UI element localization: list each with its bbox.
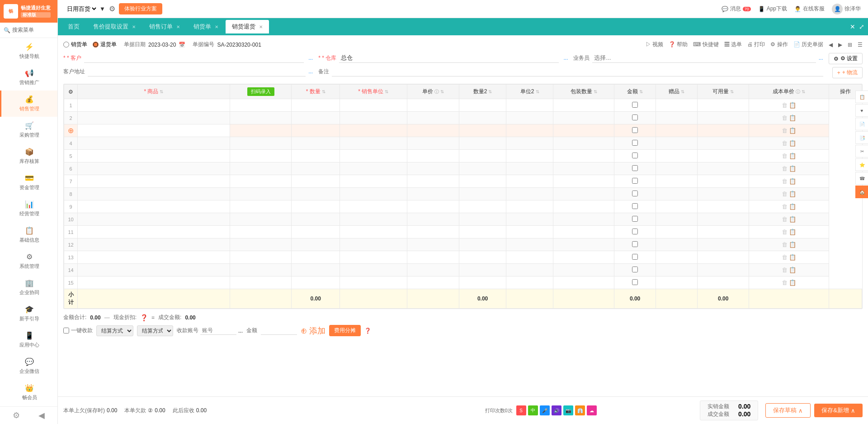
history-next-icon[interactable]: ▶ — [838, 42, 842, 48]
setting-button[interactable]: ⚙ ⚙ 设置 — [829, 53, 863, 64]
delete-row-btn-12[interactable]: 🗑 — [782, 241, 788, 248]
gift-checkbox-12[interactable] — [632, 241, 638, 247]
account-dots[interactable]: ... — [238, 328, 243, 334]
copy-row-btn-9[interactable]: 📋 — [789, 203, 796, 210]
add-payment-btn[interactable]: ⊕ 添加 — [301, 325, 326, 336]
copy-row-btn-7[interactable]: 📋 — [789, 178, 796, 185]
staff-select-dots[interactable]: ... — [819, 55, 823, 61]
topbar-settings-icon[interactable]: ⚙ — [109, 5, 115, 13]
gift-checkbox-10[interactable] — [632, 216, 638, 222]
sidebar-item-shortcut[interactable]: ⚡ 快捷导航 — [0, 38, 57, 64]
right-panel-btn-1[interactable]: 📋 — [855, 91, 868, 103]
sort-pack[interactable]: ⇅ — [594, 89, 597, 94]
delete-row-btn-3[interactable]: 🗑 — [782, 127, 788, 134]
calc-method2-select[interactable]: 结算方式 — [137, 325, 173, 336]
address-dots[interactable]: ... — [308, 68, 313, 75]
right-panel-btn-2[interactable]: ♥ — [855, 104, 868, 117]
nav-dropdown[interactable]: 日用百货 — [65, 5, 98, 13]
save-draft-button[interactable]: 保存草稿 ∧ — [765, 403, 811, 418]
gift-checkbox-9[interactable] — [632, 203, 638, 209]
maximize-tab-icon[interactable]: ⤢ — [859, 23, 864, 30]
gift-checkbox-6[interactable] — [632, 165, 638, 171]
settings-bottom-icon[interactable]: ⚙ — [13, 410, 20, 420]
copy-row-btn-1[interactable]: 📋 — [789, 102, 796, 109]
delete-row-btn-4[interactable]: 🗑 — [782, 140, 788, 147]
save-new-button[interactable]: 保存&新增 ∧ — [814, 404, 863, 417]
toolbar-help[interactable]: ❓ 帮助 — [669, 41, 688, 48]
copy-row-btn-12[interactable]: 📋 — [789, 241, 796, 248]
radio-return-input[interactable] — [93, 42, 99, 48]
gift-checkbox-15[interactable] — [632, 279, 638, 285]
add-row-btn[interactable]: ⊕ — [68, 127, 74, 134]
tab-home[interactable]: 首页 — [61, 20, 86, 33]
sort-unit2[interactable]: ⇅ — [536, 89, 539, 94]
sort-avail[interactable]: ⇅ — [730, 89, 734, 94]
info-price-icon[interactable]: ⓘ — [434, 89, 439, 95]
expense-btn[interactable]: 费用分摊 — [329, 325, 361, 336]
notice-item[interactable]: 💬 消息 70 — [722, 5, 751, 13]
sidebar-item-operation[interactable]: 📊 经营管理 — [0, 195, 57, 222]
radio-return[interactable]: 退货单 — [93, 41, 117, 48]
sort-qty[interactable]: ⇅ — [322, 89, 326, 94]
right-panel-btn-3[interactable]: 📄 — [855, 118, 868, 130]
warehouse-select-dots[interactable]: ... — [563, 55, 568, 61]
tab-sale-return-close[interactable]: ✕ — [259, 24, 263, 29]
view-list-icon[interactable]: ☰ — [858, 42, 863, 48]
calendar-icon[interactable]: 📅 — [179, 42, 185, 48]
gift-checkbox-13[interactable] — [632, 254, 638, 260]
nav-select[interactable]: 日用百货 ▼ — [65, 5, 105, 13]
expense-help-icon[interactable]: ❓ — [364, 328, 371, 334]
trial-button[interactable]: 体验行业方案 — [119, 3, 162, 14]
add-ship-button[interactable]: + + 物流 — [832, 67, 863, 78]
tab-sale-order-close[interactable]: ✕ — [176, 24, 180, 29]
delete-row-btn-9[interactable]: 🗑 — [782, 203, 788, 210]
sidebar-item-basic[interactable]: 📋 基础信息 — [0, 222, 57, 248]
staff-input[interactable] — [592, 53, 816, 63]
delete-row-btn-10[interactable]: 🗑 — [782, 216, 788, 223]
col-settings[interactable]: ⚙ — [64, 85, 78, 99]
toolbar-shortcut[interactable]: ⌨ 快捷键 — [693, 41, 718, 48]
copy-row-btn-6[interactable]: 📋 — [789, 165, 796, 172]
address-input[interactable] — [88, 67, 306, 76]
col-barcode[interactable]: 扫码录入 — [230, 85, 292, 99]
copy-row-btn-4[interactable]: 📋 — [789, 140, 796, 147]
collapse-icon[interactable]: ◀ — [38, 410, 45, 420]
gift-checkbox-1[interactable] — [632, 102, 638, 108]
calc-method-select[interactable]: 结算方式 — [96, 325, 133, 336]
payment-amount-input[interactable] — [261, 326, 297, 335]
delete-row-btn-15[interactable]: 🗑 — [782, 279, 788, 286]
date-value[interactable]: 2023-03-20 — [148, 42, 176, 48]
sort-price[interactable]: ⇅ — [440, 89, 444, 94]
gift-checkbox-14[interactable] — [632, 267, 638, 272]
gift-checkbox-7[interactable] — [632, 178, 638, 184]
account-input[interactable] — [200, 326, 236, 335]
delete-row-btn-11[interactable]: 🗑 — [782, 229, 788, 235]
delete-row-btn-6[interactable]: 🗑 — [782, 165, 788, 172]
delete-row-btn-5[interactable]: 🗑 — [782, 152, 788, 159]
right-panel-btn-6[interactable]: ⭐ — [855, 158, 868, 171]
gift-checkbox-11[interactable] — [632, 229, 638, 234]
copy-row-btn-8[interactable]: 📋 — [789, 191, 796, 197]
right-panel-btn-7[interactable]: ☎ — [855, 172, 868, 185]
right-panel-btn-4[interactable]: 📑 — [855, 131, 868, 144]
right-panel-btn-5[interactable]: ✂ — [855, 145, 868, 157]
user-item[interactable]: 👤 徐泽华 — [832, 4, 861, 14]
sort-unit[interactable]: ⇅ — [385, 89, 388, 94]
tab-sale-setting[interactable]: 售价提取设置 ✕ — [87, 20, 142, 33]
toolbar-video[interactable]: ▷ 视频 — [646, 41, 663, 48]
gift-checkbox-4[interactable] — [632, 140, 638, 146]
sort-goods[interactable]: ⇅ — [160, 89, 163, 94]
customer-select-dots[interactable]: ... — [308, 55, 313, 61]
right-panel-btn-8[interactable]: 🏠 — [855, 186, 868, 198]
copy-row-btn-13[interactable]: 📋 — [789, 254, 796, 261]
online-service-item[interactable]: 👨‍💼 在线客服 — [794, 5, 825, 13]
history-prev-icon[interactable]: ◀ — [829, 42, 833, 48]
tab-sale-setting-close[interactable]: ✕ — [132, 24, 136, 29]
calc-help-icon[interactable]: ❓ — [140, 314, 148, 321]
copy-row-btn-5[interactable]: 📋 — [789, 152, 796, 159]
info-cost-icon[interactable]: ⓘ — [796, 89, 800, 95]
sidebar-item-enterprise[interactable]: 🏢 企业协同 — [0, 274, 57, 300]
toolbar-operation[interactable]: ⚙ 操作 — [770, 41, 788, 48]
tab-sale-out-close[interactable]: ✕ — [215, 24, 218, 29]
sidebar-item-marketing[interactable]: 📢 营销推广 — [0, 64, 57, 91]
